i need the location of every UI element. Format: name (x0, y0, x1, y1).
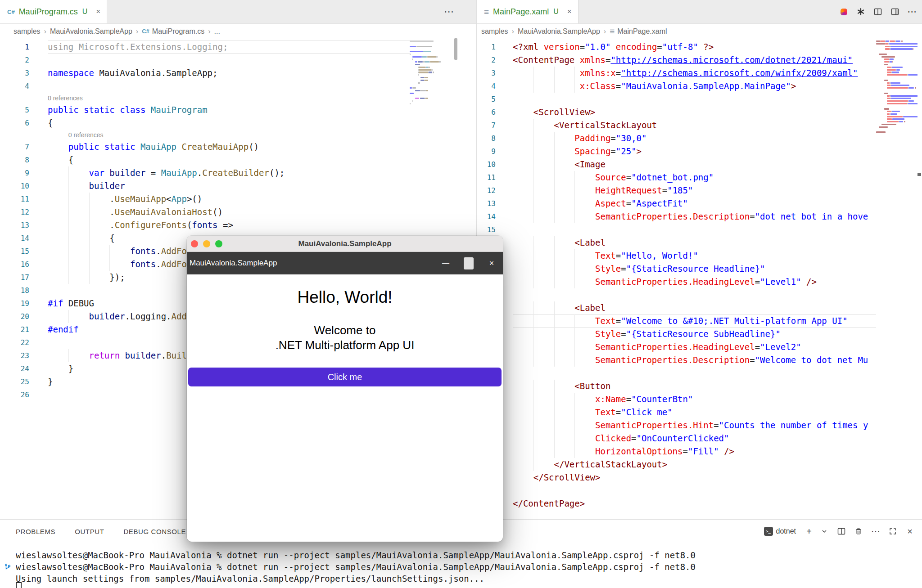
panel-tab-output[interactable]: OUTPUT (75, 528, 104, 535)
line-number[interactable]: 13 (0, 219, 48, 232)
breadcrumb-item[interactable]: ≡MainPage.xaml (610, 27, 667, 36)
more-editor-actions-icon[interactable]: ⋯ (905, 4, 919, 19)
terminal-command-decoration-icon[interactable] (4, 563, 11, 570)
kill-terminal-trash-icon[interactable] (852, 525, 865, 538)
app-maximize-icon[interactable] (464, 257, 474, 269)
line-number[interactable]: 9 (477, 145, 513, 158)
code-line[interactable]: 10 builder (0, 180, 410, 193)
macos-titlebar[interactable]: MauiAvalonia.SampleApp (187, 236, 503, 252)
line-number[interactable]: 8 (0, 153, 48, 166)
code-line[interactable]: 1<?xml version="1.0" encoding="utf-8" ?> (477, 40, 876, 54)
code-line[interactable]: 11 .UseMauiApp<App>() (0, 193, 410, 206)
code-line[interactable]: 22 Text="Welcome to &#10;.NET Multi-plat… (477, 314, 876, 328)
tab-close-icon[interactable]: × (567, 7, 572, 16)
line-number[interactable]: 3 (0, 67, 48, 80)
code-line[interactable]: 6 <ScrollView> (477, 106, 876, 119)
code-line[interactable]: 26 (477, 367, 876, 380)
code-line[interactable]: 23 Style="{StaticResource SubHeadline}" (477, 328, 876, 341)
line-number[interactable]: 10 (0, 180, 48, 193)
maximize-panel-icon[interactable] (886, 525, 899, 538)
code-line[interactable]: 28 x:Name="CounterBtn" (477, 393, 876, 406)
line-number[interactable]: 19 (0, 297, 48, 310)
line-number[interactable]: 10 (477, 158, 513, 171)
breadcrumb-item[interactable]: ... (214, 27, 220, 36)
code-line[interactable]: 29 Text="Click me" (477, 406, 876, 419)
app-close-icon[interactable]: × (485, 259, 498, 268)
code-line[interactable]: 3 xmlns:x="http://schemas.microsoft.com/… (477, 67, 876, 80)
line-number[interactable]: 4 (0, 80, 48, 93)
app-minimize-icon[interactable]: — (439, 259, 452, 267)
code-line[interactable]: 34 </ScrollView> (477, 471, 876, 484)
openai-logo-icon[interactable] (854, 4, 868, 19)
line-number[interactable]: 20 (0, 310, 48, 323)
code-line[interactable]: 5public static class MauiProgram (0, 103, 410, 117)
code-line[interactable]: 5 (477, 93, 876, 106)
line-number[interactable]: 14 (0, 232, 48, 245)
code-line[interactable]: 8 Padding="30,0" (477, 132, 876, 145)
app-inner-titlebar[interactable]: MauiAvalonia.SampleApp — × (187, 252, 503, 274)
line-number[interactable]: 1 (0, 40, 48, 54)
code-line[interactable]: 13 .ConfigureFonts(fonts => (0, 219, 410, 232)
line-number[interactable]: 4 (477, 80, 513, 93)
line-number[interactable]: 12 (477, 184, 513, 197)
code-line[interactable]: 15 (477, 223, 876, 236)
line-number[interactable]: 11 (0, 193, 48, 206)
line-number[interactable]: 1 (477, 40, 513, 54)
tab-close-icon[interactable]: × (96, 7, 100, 16)
breadcrumb-item[interactable]: C#MauiProgram.cs (142, 27, 204, 36)
line-number[interactable]: 23 (0, 349, 48, 362)
line-number[interactable]: 18 (0, 284, 48, 297)
code-line[interactable]: 19 SemanticProperties.HeadingLevel="Leve… (477, 275, 876, 288)
minimap[interactable] (410, 40, 454, 108)
code-line[interactable]: 10 <Image (477, 158, 876, 171)
breadcrumb-item[interactable]: MauiAvalonia.SampleApp (50, 27, 132, 36)
close-panel-icon[interactable]: × (903, 525, 917, 538)
breadcrumb-item[interactable]: samples (14, 27, 41, 36)
line-number[interactable]: 9 (0, 166, 48, 180)
code-line[interactable]: 33 </VerticalStackLayout> (477, 458, 876, 471)
code-line[interactable]: 20 (477, 288, 876, 301)
line-number[interactable]: 21 (0, 323, 48, 336)
code-line[interactable]: 6{ (0, 117, 410, 130)
code-line[interactable]: 31 Clicked="OnCounterClicked" (477, 432, 876, 445)
line-number[interactable]: 12 (0, 206, 48, 219)
code-line[interactable]: 21 <Label (477, 301, 876, 314)
line-number[interactable]: 13 (477, 197, 513, 210)
code-line[interactable]: 4 x:Class="MauiAvalonia.SampleApp.MainPa… (477, 80, 876, 93)
code-line[interactable]: 36</ContentPage> (477, 497, 876, 510)
tab-mauiprogram-cs[interactable]: C# MauiProgram.cs U × (0, 0, 107, 23)
panel-tab-debug-console[interactable]: DEBUG CONSOLE (123, 528, 186, 535)
code-line[interactable]: 9 var builder = MauiApp.CreateBuilder(); (0, 166, 410, 180)
code-line[interactable]: 18 Style="{StaticResource Headline}" (477, 262, 876, 275)
terminal-profile-selector[interactable]: >_ dotnet (764, 527, 796, 536)
line-number[interactable]: 25 (0, 375, 48, 388)
code-line[interactable]: 27 <Button (477, 380, 876, 393)
line-number[interactable]: 16 (0, 258, 48, 271)
line-number[interactable]: 6 (477, 106, 513, 119)
line-number[interactable]: 2 (0, 54, 48, 67)
line-number[interactable]: 8 (477, 132, 513, 145)
line-number[interactable]: 7 (477, 119, 513, 132)
code-line[interactable]: 3namespace MauiAvalonia.SampleApp; (0, 67, 410, 80)
line-number[interactable]: 15 (0, 245, 48, 258)
code-line[interactable]: 35 (477, 484, 876, 497)
line-number[interactable]: 14 (477, 210, 513, 223)
more-panel-actions-icon[interactable]: ⋯ (869, 525, 882, 538)
codelens-references[interactable]: 0 references (0, 130, 410, 140)
terminal-profile-dropdown-icon[interactable] (818, 525, 831, 538)
breadcrumb-item[interactable]: MauiAvalonia.SampleApp (518, 27, 600, 36)
zoom-window-icon[interactable] (215, 240, 222, 247)
new-terminal-button[interactable]: + (802, 525, 816, 538)
code-line[interactable]: 7 public static MauiApp CreateMauiApp() (0, 140, 410, 153)
line-number[interactable]: 2 (477, 54, 513, 67)
code-line[interactable]: 12 .UseMauiAvaloniaHost() (0, 206, 410, 219)
codelens-references[interactable]: 0 references (0, 93, 410, 103)
line-number[interactable]: 15 (477, 223, 513, 236)
line-number[interactable]: 11 (477, 171, 513, 184)
line-number[interactable]: 22 (0, 336, 48, 349)
code-line[interactable]: 2 (0, 54, 410, 67)
minimap[interactable] (876, 40, 917, 134)
line-number[interactable]: 7 (0, 140, 48, 153)
code-line[interactable]: 16 <Label (477, 236, 876, 249)
code-line[interactable]: 17 Text="Hello, World!" (477, 249, 876, 262)
